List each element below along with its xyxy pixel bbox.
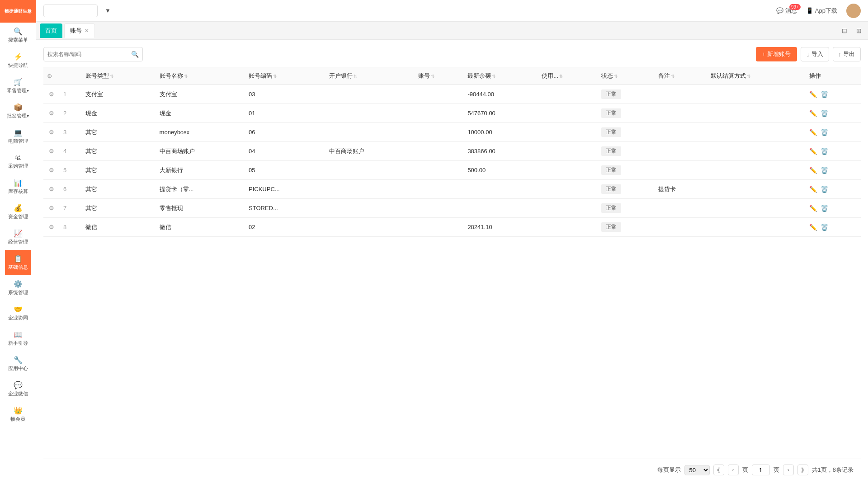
cell-status: 正常 bbox=[598, 161, 655, 180]
delete-icon[interactable]: 🗑️ bbox=[821, 91, 828, 98]
col-default-settlement[interactable]: 默认结算方式⇅ bbox=[707, 67, 806, 85]
avatar[interactable] bbox=[846, 4, 861, 18]
sidebar-item-ecommerce-mgmt[interactable]: 💻电商管理 bbox=[5, 124, 31, 149]
sidebar-item-finance-mgmt[interactable]: 💰资金管理 bbox=[5, 199, 31, 225]
page-label: 页 bbox=[742, 466, 748, 474]
table-row: ⚙ 4 其它 中百商场账户 04 中百商场账户 383866.00 正常 ✏️ … bbox=[43, 142, 861, 161]
sidebar-item-quick-nav[interactable]: ⚡快捷导航 bbox=[5, 48, 31, 73]
page-first-button[interactable]: ⟪ bbox=[713, 465, 724, 475]
edit-icon[interactable]: ✏️ bbox=[809, 148, 817, 155]
cell-num: 1 bbox=[60, 85, 82, 104]
cell-usage bbox=[538, 199, 598, 218]
sidebar-item-enterprise-wechat[interactable]: 💬企业微信 bbox=[5, 376, 31, 402]
cell-default-settlement bbox=[707, 199, 806, 218]
page-next-button[interactable]: › bbox=[783, 465, 794, 475]
col-status[interactable]: 状态⇅ bbox=[598, 67, 655, 85]
edit-icon[interactable]: ✏️ bbox=[809, 224, 817, 231]
tab-close-icon[interactable]: ✕ bbox=[85, 28, 89, 34]
search-input[interactable] bbox=[47, 51, 131, 57]
cell-type: 其它 bbox=[82, 123, 156, 142]
per-page-select[interactable]: 50 20 100 bbox=[684, 465, 710, 475]
cell-name: 大新银行 bbox=[156, 161, 245, 180]
message-badge: 99+ bbox=[789, 4, 801, 10]
cell-code: 03 bbox=[245, 85, 326, 104]
toolbar: 🔍 + 新增账号 ↓ 导入 ↑ 导出 bbox=[43, 47, 861, 61]
export-button[interactable]: ↑ 导出 bbox=[833, 47, 861, 61]
sidebar-item-app-center[interactable]: 🔧应用中心 bbox=[5, 351, 31, 376]
tab-account[interactable]: 账号 ✕ bbox=[64, 23, 95, 38]
search-icon[interactable]: 🔍 bbox=[131, 51, 139, 58]
app-download-button[interactable]: 📱 App下载 bbox=[806, 7, 837, 15]
cell-num: 4 bbox=[60, 142, 82, 161]
cell-num: 7 bbox=[60, 199, 82, 218]
cell-default-settlement bbox=[707, 104, 806, 123]
col-code[interactable]: 账号编码⇅ bbox=[245, 67, 326, 85]
sidebar-item-system-mgmt[interactable]: ⚙️系统管理 bbox=[5, 275, 31, 300]
col-bank[interactable]: 开户银行⇅ bbox=[326, 67, 415, 85]
edit-icon[interactable]: ✏️ bbox=[809, 110, 817, 117]
cell-remark bbox=[655, 142, 707, 161]
sidebar-item-wholesale-mgmt[interactable]: 📦批发管理▾ bbox=[5, 99, 31, 124]
page-prev-button[interactable]: ‹ bbox=[728, 465, 739, 475]
cell-remark: 提货卡 bbox=[655, 180, 707, 199]
tab-minimize-icon[interactable]: ⊟ bbox=[839, 25, 850, 36]
sidebar-item-search-menu[interactable]: 🔍搜索菜单 bbox=[5, 23, 31, 48]
top-search-input[interactable] bbox=[43, 5, 98, 17]
edit-icon[interactable]: ✏️ bbox=[809, 91, 817, 98]
cell-settings: ⚙ bbox=[43, 123, 60, 142]
edit-icon[interactable]: ✏️ bbox=[809, 205, 817, 212]
cell-bank bbox=[326, 161, 415, 180]
cell-num: 2 bbox=[60, 104, 82, 123]
cell-bank bbox=[326, 199, 415, 218]
cell-type: 其它 bbox=[82, 142, 156, 161]
total-info: 共1页，8条记录 bbox=[812, 466, 854, 474]
edit-icon[interactable]: ✏️ bbox=[809, 167, 817, 174]
cell-usage bbox=[538, 123, 598, 142]
cell-action: ✏️ 🗑️ bbox=[806, 85, 861, 104]
page-last-button[interactable]: ⟫ bbox=[797, 465, 808, 475]
message-button[interactable]: 💬 消息 99+ bbox=[776, 7, 797, 15]
sidebar-item-purchase-mgmt[interactable]: 🛍采购管理 bbox=[5, 149, 31, 174]
cell-balance bbox=[464, 180, 538, 199]
cell-name: moneybosx bbox=[156, 123, 245, 142]
cell-remark bbox=[655, 218, 707, 237]
delete-icon[interactable]: 🗑️ bbox=[821, 186, 828, 193]
cell-balance: 28241.10 bbox=[464, 218, 538, 237]
col-name[interactable]: 账号名称⇅ bbox=[156, 67, 245, 85]
dropdown-button[interactable]: ▼ bbox=[105, 7, 111, 14]
cell-name: 微信 bbox=[156, 218, 245, 237]
delete-icon[interactable]: 🗑️ bbox=[821, 110, 828, 117]
import-button[interactable]: ↓ 导入 bbox=[801, 47, 829, 61]
col-remark[interactable]: 备注⇅ bbox=[655, 67, 707, 85]
delete-icon[interactable]: 🗑️ bbox=[821, 167, 828, 174]
edit-icon[interactable]: ✏️ bbox=[809, 129, 817, 136]
add-account-button[interactable]: + 新增账号 bbox=[756, 47, 797, 61]
sidebar-item-operations-mgmt[interactable]: 📈经营管理 bbox=[5, 225, 31, 250]
delete-icon[interactable]: 🗑️ bbox=[821, 148, 828, 155]
sidebar-item-new-guide[interactable]: 📖新手引导 bbox=[5, 326, 31, 351]
edit-icon[interactable]: ✏️ bbox=[809, 186, 817, 193]
cell-balance: 383866.00 bbox=[464, 142, 538, 161]
col-type[interactable]: 账号类型⇅ bbox=[82, 67, 156, 85]
delete-icon[interactable]: 🗑️ bbox=[821, 205, 828, 212]
cell-balance: 10000.00 bbox=[464, 123, 538, 142]
col-balance[interactable]: 最新余额⇅ bbox=[464, 67, 538, 85]
delete-icon[interactable]: 🗑️ bbox=[821, 129, 828, 136]
col-account[interactable]: 账号⇅ bbox=[415, 67, 464, 85]
delete-icon[interactable]: 🗑️ bbox=[821, 224, 828, 231]
tab-maximize-icon[interactable]: ⊞ bbox=[854, 25, 864, 36]
tab-home[interactable]: 首页 bbox=[40, 23, 62, 38]
cell-settings: ⚙ bbox=[43, 142, 60, 161]
cell-remark bbox=[655, 161, 707, 180]
cell-code: PICKUPC... bbox=[245, 180, 326, 199]
sidebar-item-vip-member[interactable]: 👑畅会员 bbox=[5, 402, 31, 427]
sidebar-item-retail-mgmt[interactable]: 🛒零售管理▾ bbox=[5, 73, 31, 99]
page-input[interactable] bbox=[752, 465, 770, 475]
sidebar-item-inventory-mgmt[interactable]: 📊库存核算 bbox=[5, 174, 31, 199]
cell-settings: ⚙ bbox=[43, 218, 60, 237]
sidebar-item-basic-info[interactable]: 📋基础信息 bbox=[5, 250, 31, 275]
cell-balance: 500.00 bbox=[464, 161, 538, 180]
col-usage[interactable]: 使用...⇅ bbox=[538, 67, 598, 85]
cell-account bbox=[415, 123, 464, 142]
sidebar-item-enterprise-agreement[interactable]: 🤝企业协同 bbox=[5, 300, 31, 326]
